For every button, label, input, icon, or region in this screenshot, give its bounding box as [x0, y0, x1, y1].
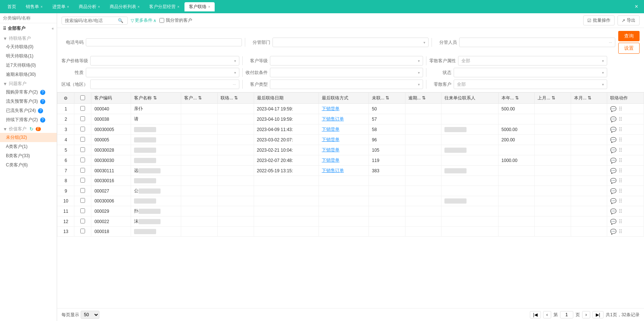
sidebar-item-abnormal[interactable]: 囤购异常客户(2) ?: [0, 88, 57, 97]
sidebar-item-today[interactable]: 今天待联络(0): [0, 42, 57, 52]
cell-checkbox[interactable]: [74, 176, 91, 186]
nav-purchase[interactable]: 进货单 ×: [48, 2, 74, 11]
row-checkbox[interactable]: [80, 208, 85, 213]
cell-checkbox[interactable]: [74, 216, 91, 227]
grid-action-icon[interactable]: ⠿: [619, 127, 622, 133]
sidebar-item-declining[interactable]: 持续下滑客户(2) ?: [0, 115, 57, 124]
grid-action-icon[interactable]: ⠿: [619, 208, 622, 214]
grid-action-icon[interactable]: ⠿: [619, 178, 622, 184]
grid-action-icon[interactable]: ⠿: [619, 168, 622, 174]
page-size-select[interactable]: 50 20 100: [81, 311, 99, 319]
customer-level-select[interactable]: ▾: [270, 56, 423, 66]
row-checkbox[interactable]: [80, 137, 85, 142]
first-page-button[interactable]: |◀: [530, 311, 541, 318]
cell-checkbox[interactable]: [74, 135, 91, 145]
sidebar-search-input[interactable]: [3, 15, 57, 21]
nav-product-analysis-list[interactable]: 商品分析列表 ×: [105, 2, 144, 11]
more-conditions-button[interactable]: ▽ 更多条件 ∧: [131, 17, 156, 24]
last-page-button[interactable]: ▶|: [592, 311, 603, 318]
chat-icon[interactable]: 💬: [610, 147, 616, 153]
sidebar-item-c-class[interactable]: C类客户(6): [0, 160, 57, 170]
window-close-button[interactable]: ×: [632, 3, 641, 10]
value-customers-group[interactable]: ▼ 价值客户 ↻ F: [0, 124, 57, 133]
reset-button[interactable]: 设置: [618, 43, 640, 54]
chat-icon[interactable]: 💬: [610, 219, 616, 225]
problem-customers-group[interactable]: ▼ 问题客户: [0, 79, 57, 88]
last-method-link[interactable]: 下销货单: [322, 127, 339, 132]
sidebar-item-b-class[interactable]: B类客户(33): [0, 151, 57, 160]
nature-select[interactable]: ▾: [86, 68, 239, 77]
prev-page-button[interactable]: ‹: [543, 311, 551, 318]
col-gear[interactable]: ⚙: [57, 93, 74, 104]
grid-action-icon[interactable]: ⠿: [619, 147, 622, 153]
sidebar-item-7days[interactable]: 近7天待联络(0): [0, 61, 57, 70]
nav-customer-contact[interactable]: 客户联络 ×: [184, 2, 215, 11]
retail-select[interactable]: 全部 ▾: [454, 80, 607, 89]
sidebar-item-churn-warning[interactable]: 流失预警客户(3) ?: [0, 97, 57, 106]
filter-search-input[interactable]: [65, 18, 116, 23]
grid-action-icon[interactable]: ⠿: [619, 198, 622, 204]
last-method-link[interactable]: 下销货单: [322, 106, 339, 111]
nav-segment-close[interactable]: ×: [177, 5, 179, 9]
chat-icon[interactable]: 💬: [610, 188, 616, 194]
cell-checkbox[interactable]: [74, 186, 91, 196]
nav-sales-close[interactable]: ×: [41, 5, 43, 9]
grid-action-icon[interactable]: ⠿: [619, 229, 622, 234]
last-method-link[interactable]: 下销货单: [322, 137, 339, 142]
nav-product-list-close[interactable]: ×: [138, 5, 140, 9]
my-customers-checkbox[interactable]: [159, 18, 164, 23]
cell-checkbox[interactable]: [74, 196, 91, 206]
sidebar-item-tomorrow[interactable]: 明天待联络(1): [0, 52, 57, 61]
chat-icon[interactable]: 💬: [610, 198, 616, 204]
chat-icon[interactable]: 💬: [610, 116, 616, 122]
select-all-checkbox[interactable]: [80, 95, 85, 100]
chat-icon[interactable]: 💬: [610, 158, 616, 163]
last-method-link[interactable]: 下销货单: [322, 147, 339, 152]
chat-icon[interactable]: 💬: [610, 106, 616, 112]
chat-icon[interactable]: 💬: [610, 208, 616, 214]
row-checkbox[interactable]: [80, 158, 85, 162]
chat-icon[interactable]: 💬: [610, 178, 616, 184]
grid-action-icon[interactable]: ⠿: [619, 158, 622, 163]
chat-icon[interactable]: 💬: [610, 127, 616, 133]
refresh-icon[interactable]: ↻: [29, 126, 34, 132]
row-checkbox[interactable]: [80, 147, 85, 152]
row-checkbox[interactable]: [80, 229, 85, 233]
pending-contact-group[interactable]: ▼ 待联络客户: [0, 34, 57, 42]
cell-checkbox[interactable]: [74, 227, 91, 237]
payment-select[interactable]: ▾: [270, 68, 423, 77]
grid-action-icon[interactable]: ⠿: [619, 106, 622, 112]
cell-checkbox[interactable]: [74, 114, 91, 124]
col-check[interactable]: [74, 93, 91, 104]
retail-attr-select[interactable]: 全部 ▾: [458, 56, 607, 66]
row-checkbox[interactable]: [80, 219, 85, 223]
last-method-link[interactable]: 下销货单: [322, 158, 339, 163]
nav-sales[interactable]: 销售单 ×: [21, 2, 47, 11]
chat-icon[interactable]: 💬: [610, 229, 616, 234]
chat-icon[interactable]: 💬: [610, 168, 616, 174]
cell-checkbox[interactable]: [74, 166, 91, 176]
sidebar-item-ungroup[interactable]: 未分组(32): [0, 133, 57, 142]
cell-checkbox[interactable]: [74, 124, 91, 135]
last-method-link[interactable]: 下销售订单: [322, 168, 344, 173]
row-checkbox[interactable]: [80, 178, 85, 183]
row-checkbox[interactable]: [80, 127, 85, 131]
cell-checkbox[interactable]: [74, 206, 91, 216]
cell-checkbox[interactable]: [74, 155, 91, 166]
chat-icon[interactable]: 💬: [610, 137, 616, 143]
region-select[interactable]: ···: [90, 80, 239, 89]
row-checkbox[interactable]: [80, 198, 85, 203]
sidebar-item-a-class[interactable]: A类客户(1): [0, 142, 57, 151]
phone-input[interactable]: [86, 38, 242, 46]
next-page-button[interactable]: ›: [582, 311, 590, 318]
grid-action-icon[interactable]: ⠿: [619, 219, 622, 225]
batch-op-button[interactable]: ☑ 批量操作: [583, 15, 615, 25]
customer-type-select[interactable]: ▾: [270, 80, 423, 89]
page-number-input[interactable]: [560, 311, 573, 318]
last-method-link[interactable]: 下销售订单: [322, 116, 344, 121]
dept-select[interactable]: ▾: [272, 38, 429, 47]
filter-search-icon[interactable]: 🔍: [118, 18, 123, 23]
grid-action-icon[interactable]: ⠿: [619, 188, 622, 194]
nav-contact-close[interactable]: ×: [208, 5, 210, 9]
nav-customer-segment[interactable]: 客户分层经营 ×: [145, 2, 184, 11]
